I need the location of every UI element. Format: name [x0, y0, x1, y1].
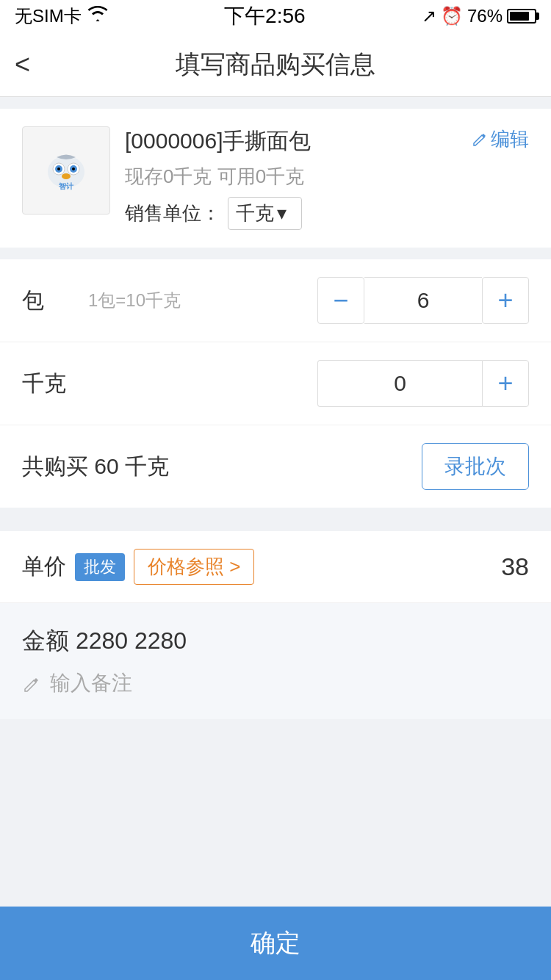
product-stock: 现存0千克 可用0千克: [125, 164, 529, 190]
confirm-bar[interactable]: 确定: [0, 907, 551, 980]
input-section: 包 1包=10千克 − + 千克 +: [0, 259, 551, 425]
kg-plus-button[interactable]: +: [482, 360, 529, 407]
product-unit-row: 销售单位： 千克 ▾: [125, 197, 529, 230]
summary-text: 共购买 60 千克: [22, 452, 169, 482]
price-row: 单价 批发 价格参照 > 38: [0, 531, 551, 603]
unit-label: 销售单位：: [125, 201, 220, 226]
unit-value: 千克: [236, 201, 274, 226]
amount-row: 金额 2280 2280: [22, 625, 529, 657]
edit-label: 编辑: [491, 126, 529, 152]
kg-label: 千克: [22, 369, 81, 399]
bao-minus-button[interactable]: −: [317, 277, 364, 324]
summary-row: 共购买 60 千克 录批次: [0, 425, 551, 508]
divider-1: [0, 248, 551, 259]
product-title-row: [0000006]手撕面包 编辑: [125, 126, 529, 156]
product-name: [0000006]手撕面包: [125, 126, 311, 156]
bao-input[interactable]: [364, 277, 482, 324]
price-ref-button[interactable]: 价格参照 >: [134, 549, 254, 585]
wifi-icon: [87, 6, 108, 26]
alarm-icon: ⏰: [441, 6, 463, 26]
svg-text:智计: 智计: [58, 182, 74, 190]
bao-input-row: 包 1包=10千克 − +: [0, 259, 551, 342]
status-bar: 无SIM卡 下午2:56 ↗ ⏰ 76%: [0, 0, 551, 32]
pencil-icon: [22, 673, 43, 693]
back-button[interactable]: <: [15, 49, 30, 80]
page-title: 填写商品购买信息: [176, 48, 375, 82]
location-icon: ↗: [422, 6, 436, 26]
kg-input-row: 千克 +: [0, 342, 551, 425]
record-batch-button[interactable]: 录批次: [422, 443, 529, 490]
note-row[interactable]: 输入备注: [22, 669, 529, 697]
wholesale-tag: 批发: [75, 553, 125, 581]
battery-percent: 76%: [467, 6, 503, 26]
kg-input[interactable]: [317, 360, 482, 407]
note-placeholder: 输入备注: [50, 669, 132, 697]
svg-point-6: [72, 167, 75, 170]
product-info: [0000006]手撕面包 编辑 现存0千克 可用0千克 销售单位： 千克 ▾: [125, 126, 529, 230]
status-time: 下午2:56: [224, 2, 306, 30]
edit-icon: [472, 131, 488, 148]
dropdown-icon: ▾: [277, 202, 287, 225]
bao-label: 包: [22, 286, 81, 316]
price-label: 单价: [22, 552, 66, 582]
battery-icon: [507, 9, 536, 24]
status-right: ↗ ⏰ 76%: [422, 6, 536, 26]
unit-select[interactable]: 千克 ▾: [228, 197, 302, 230]
price-value: 38: [501, 552, 529, 581]
bao-plus-button[interactable]: +: [482, 277, 529, 324]
status-left: 无SIM卡: [15, 4, 108, 28]
carrier-text: 无SIM卡: [15, 4, 82, 28]
product-card: 智计 [0000006]手撕面包 编辑 现存0千克 可用0千克 销售单位： 千克: [0, 109, 551, 248]
amount-label: 金额 2280: [22, 627, 128, 654]
divider-2: [0, 508, 551, 519]
svg-point-5: [57, 167, 60, 170]
price-section: 单价 批发 价格参照 > 38: [0, 531, 551, 603]
confirm-button[interactable]: 确定: [251, 926, 300, 960]
amount-number: 2280: [134, 627, 187, 654]
product-image: 智计: [22, 126, 110, 215]
kg-stepper: +: [317, 360, 529, 407]
nav-bar: < 填写商品购买信息: [0, 32, 551, 97]
product-logo: 智计: [40, 148, 92, 192]
amount-section: 金额 2280 2280 输入备注: [0, 603, 551, 719]
bao-stepper: − +: [317, 277, 529, 324]
svg-point-7: [62, 173, 71, 179]
edit-button[interactable]: 编辑: [472, 126, 529, 152]
bao-hint: 1包=10千克: [88, 289, 317, 312]
